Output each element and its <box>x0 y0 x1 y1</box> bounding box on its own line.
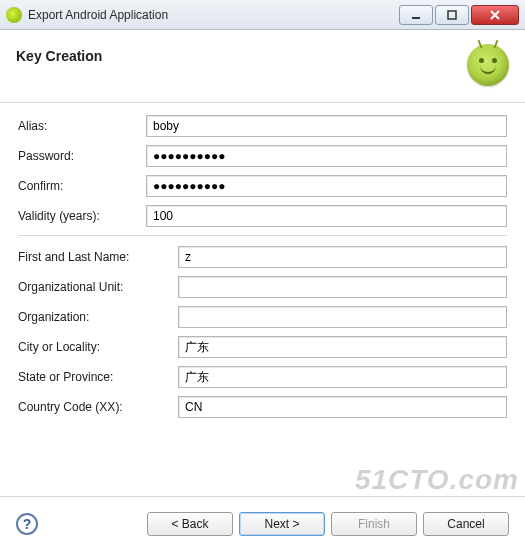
window-title: Export Android Application <box>28 8 399 22</box>
city-input[interactable] <box>178 336 507 358</box>
window-buttons <box>399 5 519 25</box>
org-unit-input[interactable] <box>178 276 507 298</box>
state-label: State or Province: <box>18 370 178 384</box>
password-label: Password: <box>18 149 146 163</box>
first-last-label: First and Last Name: <box>18 250 178 264</box>
state-input[interactable] <box>178 366 507 388</box>
validity-input[interactable] <box>146 205 507 227</box>
app-icon <box>6 7 22 23</box>
password-input[interactable] <box>146 145 507 167</box>
organization-label: Organization: <box>18 310 178 324</box>
page-heading: Key Creation <box>16 44 467 64</box>
minimize-button[interactable] <box>399 5 433 25</box>
maximize-button[interactable] <box>435 5 469 25</box>
first-last-input[interactable] <box>178 246 507 268</box>
alias-input[interactable] <box>146 115 507 137</box>
finish-button[interactable]: Finish <box>331 512 417 536</box>
cancel-button[interactable]: Cancel <box>423 512 509 536</box>
org-unit-label: Organizational Unit: <box>18 280 178 294</box>
organization-input[interactable] <box>178 306 507 328</box>
validity-label: Validity (years): <box>18 209 146 223</box>
svg-rect-1 <box>448 11 456 19</box>
back-button[interactable]: < Back <box>147 512 233 536</box>
alias-label: Alias: <box>18 119 146 133</box>
android-icon <box>467 44 509 86</box>
city-label: City or Locality: <box>18 340 178 354</box>
close-button[interactable] <box>471 5 519 25</box>
title-bar: Export Android Application <box>0 0 525 30</box>
confirm-input[interactable] <box>146 175 507 197</box>
help-button[interactable]: ? <box>16 513 38 535</box>
confirm-label: Confirm: <box>18 179 146 193</box>
button-bar: ? < Back Next > Finish Cancel <box>0 496 525 550</box>
next-button[interactable]: Next > <box>239 512 325 536</box>
wizard-banner: Key Creation <box>0 30 525 103</box>
watermark-text: 51CTO.com <box>355 464 519 496</box>
form-area: Alias: Password: Confirm: Validity (year… <box>0 103 525 434</box>
separator <box>18 235 507 236</box>
country-label: Country Code (XX): <box>18 400 178 414</box>
country-input[interactable] <box>178 396 507 418</box>
